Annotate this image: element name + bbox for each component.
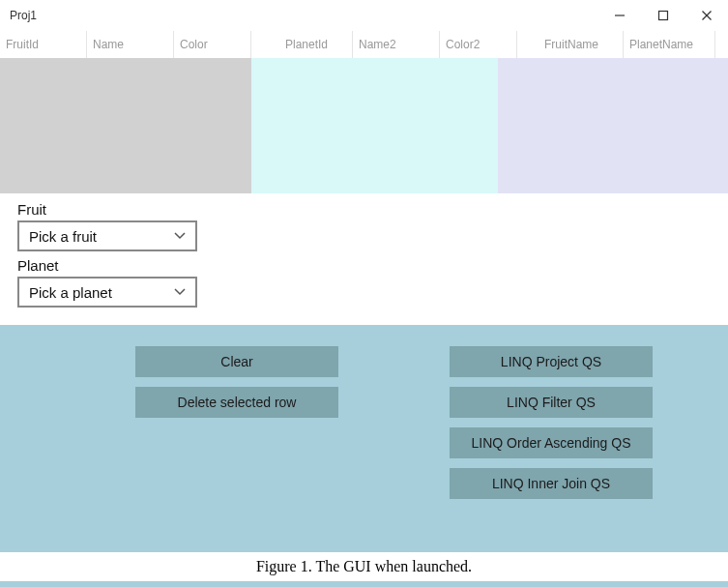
- planet-combobox[interactable]: Pick a planet: [17, 277, 197, 308]
- pickers-area: Fruit Pick a fruit Planet Pick a planet: [0, 193, 728, 325]
- linq-project-button-label: LINQ Project QS: [501, 354, 601, 369]
- result-grid-panel[interactable]: [498, 58, 728, 193]
- column-headers: FruitId Name Color PlanetId Name2 Color2…: [0, 31, 728, 58]
- figure-caption: Figure 1. The GUI when launched.: [0, 552, 728, 581]
- col-color[interactable]: Color: [174, 31, 251, 58]
- linq-order-asc-button[interactable]: LINQ Order Ascending QS: [450, 427, 653, 458]
- linq-filter-button-label: LINQ Filter QS: [507, 395, 596, 410]
- fruit-combobox[interactable]: Pick a fruit: [17, 220, 197, 251]
- button-area: Clear Delete selected row LINQ Project Q…: [0, 325, 728, 587]
- clear-button[interactable]: Clear: [135, 346, 338, 377]
- col-fruitid[interactable]: FruitId: [0, 31, 87, 58]
- linq-project-button[interactable]: LINQ Project QS: [450, 346, 653, 377]
- clear-button-label: Clear: [220, 354, 252, 369]
- svg-rect-1: [658, 12, 667, 20]
- planet-label: Planet: [17, 257, 711, 274]
- linq-filter-button[interactable]: LINQ Filter QS: [450, 387, 653, 418]
- close-button[interactable]: [684, 0, 728, 31]
- window-controls: [597, 0, 728, 31]
- linq-inner-join-button[interactable]: LINQ Inner Join QS: [450, 468, 653, 499]
- col-color2[interactable]: Color2: [440, 31, 517, 58]
- delete-row-button[interactable]: Delete selected row: [135, 387, 338, 418]
- col-fruitname[interactable]: FruitName: [517, 31, 624, 58]
- app-window: Proj1 FruitId Name Color PlanetId Name2 …: [0, 0, 728, 587]
- planet-combobox-text: Pick a planet: [29, 284, 112, 301]
- linq-order-asc-button-label: LINQ Order Ascending QS: [472, 435, 631, 451]
- chevron-down-icon: [174, 285, 186, 299]
- delete-row-button-label: Delete selected row: [178, 395, 297, 410]
- planet-grid-panel[interactable]: [251, 58, 498, 193]
- linq-inner-join-button-label: LINQ Inner Join QS: [492, 476, 610, 491]
- col-planetid[interactable]: PlanetId: [251, 31, 353, 58]
- fruit-label: Fruit: [17, 201, 711, 218]
- titlebar: Proj1: [0, 0, 728, 31]
- col-planetname[interactable]: PlanetName: [624, 31, 715, 58]
- fruit-combobox-text: Pick a fruit: [29, 228, 97, 245]
- col-name[interactable]: Name: [87, 31, 174, 58]
- chevron-down-icon: [174, 229, 186, 243]
- fruit-grid-panel[interactable]: [0, 58, 251, 193]
- maximize-button[interactable]: [641, 0, 684, 31]
- minimize-button[interactable]: [597, 0, 641, 31]
- col-name2[interactable]: Name2: [353, 31, 440, 58]
- grid-panels: [0, 58, 728, 193]
- window-title: Proj1: [10, 9, 597, 22]
